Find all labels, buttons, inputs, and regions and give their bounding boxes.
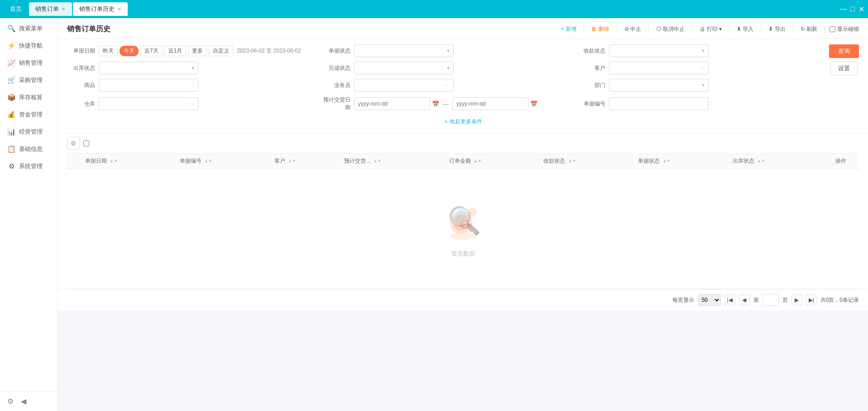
- date-btn-custom[interactable]: 自定义: [209, 46, 233, 56]
- export-button-label: ⬆ 导出: [768, 25, 785, 33]
- date-btn-1month[interactable]: 近1月: [164, 46, 187, 56]
- toolbar-divider-3: [648, 26, 649, 33]
- th-bill-status[interactable]: 单据状态 ▲▼: [633, 154, 728, 169]
- close-sales-order-tab-icon[interactable]: ✕: [62, 6, 66, 12]
- query-button[interactable]: 查询: [829, 44, 859, 58]
- product-select[interactable]: ···: [99, 79, 198, 92]
- expected-date-from-input[interactable]: [354, 97, 430, 110]
- th-receipt-status[interactable]: 收款状态 ▲▼: [539, 154, 633, 169]
- sidebar-settings-icon[interactable]: ⚙: [7, 397, 14, 406]
- th-bill-status-label: 单据状态: [638, 158, 660, 164]
- date-btn-yesterday[interactable]: 昨天: [99, 46, 118, 56]
- delete-button[interactable]: 🗑 删除: [589, 24, 612, 35]
- receipt-status-select[interactable]: ▾: [609, 44, 709, 57]
- new-button[interactable]: + 新增: [558, 24, 579, 35]
- page-first-button[interactable]: |◀: [724, 295, 735, 305]
- th-number[interactable]: 单据编号 ▲▼: [175, 154, 270, 169]
- setting-button[interactable]: 设置: [830, 62, 858, 75]
- filter-row-4: 仓库 ··· 预计交货日期 📅 —: [67, 96, 824, 111]
- customer-control: ···: [609, 62, 824, 74]
- sidebar-item-system-mgmt[interactable]: ⚙ 系统管理: [0, 158, 58, 175]
- sidebar-item-basic-info[interactable]: 📋 基础信息: [0, 140, 58, 158]
- page-prev-button[interactable]: ◀: [739, 295, 750, 305]
- tab-home[interactable]: 首页: [4, 2, 28, 16]
- page-header: 销售订单历史 + 新增 🗑 删除 ⊘ 中止 ◎ 取消中止: [58, 18, 868, 39]
- table-settings-button[interactable]: ⚙: [67, 137, 80, 150]
- th-expected-date[interactable]: 预计交货... ▲▼: [340, 154, 445, 169]
- salesperson-select[interactable]: ···: [354, 79, 454, 92]
- empty-cell: ~ ~ 暂无数据: [67, 169, 859, 289]
- sidebar-item-sales-mgmt[interactable]: 📈 销售管理: [0, 54, 58, 72]
- th-date[interactable]: 单据日期 ▲▼: [81, 154, 175, 169]
- stop-button[interactable]: ⊘ 中止: [622, 24, 644, 35]
- sort-expected-date-icon[interactable]: ▲▼: [373, 159, 381, 164]
- date-filter-control: 昨天 今天 近7天 近1月 更多 自定义 2023-06-02 至 2023-0…: [99, 46, 313, 56]
- bill-status-select[interactable]: ▾: [354, 44, 454, 57]
- tab-sales-order[interactable]: 销售订单 ✕: [29, 2, 72, 16]
- sort-customer-icon[interactable]: ▲▼: [288, 159, 296, 164]
- customer-select[interactable]: ···: [609, 62, 709, 74]
- sort-out-status-icon[interactable]: ▲▼: [757, 159, 765, 164]
- calendar-from-icon[interactable]: 📅: [432, 101, 439, 107]
- tab-sales-order-history[interactable]: 销售订单历史 ✕: [73, 2, 128, 16]
- collapse-filter-button[interactable]: ∧ 收起更多条件: [67, 116, 859, 127]
- page-next-button[interactable]: ▶: [791, 295, 802, 305]
- page-number-input[interactable]: 1: [762, 294, 779, 306]
- display-cols-checkbox[interactable]: [830, 26, 835, 32]
- sort-number-icon[interactable]: ▲▼: [204, 159, 212, 164]
- sort-receipt-status-icon[interactable]: ▲▼: [568, 159, 576, 164]
- department-select[interactable]: ▾: [609, 79, 709, 92]
- sidebar-item-inventory-calc[interactable]: 📦 库存核算: [0, 89, 58, 106]
- out-status-select[interactable]: ▾: [99, 62, 198, 74]
- date-btn-today[interactable]: 今天: [120, 46, 139, 56]
- th-expected-date-label: 预计交货...: [344, 158, 370, 164]
- th-out-status[interactable]: 出库状态 ▲▼: [728, 154, 823, 169]
- date-btn-more[interactable]: 更多: [188, 46, 207, 56]
- expected-date-to-input[interactable]: [452, 97, 528, 110]
- filter-row-2: 出库状态 ▾ 完成状态 ▾: [67, 62, 824, 74]
- department-control: ▾: [609, 79, 824, 92]
- window-controls: — □ ✕: [839, 5, 864, 14]
- sales-mgmt-icon: 📈: [7, 59, 15, 67]
- cancel-stop-button[interactable]: ◎ 取消中止: [653, 24, 687, 35]
- display-cols-control[interactable]: 显示碰细: [830, 25, 859, 33]
- calendar-to-icon[interactable]: 📅: [530, 101, 537, 107]
- date-btn-7days[interactable]: 近7天: [140, 46, 163, 56]
- toolbar-divider-8: [825, 26, 825, 33]
- th-customer[interactable]: 客户 ▲▼: [270, 154, 340, 169]
- page-size-select[interactable]: 50 100 200: [698, 294, 721, 306]
- close-window-icon[interactable]: ✕: [858, 5, 864, 14]
- sort-bill-status-icon[interactable]: ▲▼: [663, 159, 671, 164]
- sidebar-item-quick-nav[interactable]: ⚡ 快捷导航: [0, 37, 58, 54]
- export-button[interactable]: ⬆ 导出: [766, 24, 788, 35]
- print-button[interactable]: 🖨 打印 ▾: [697, 24, 724, 35]
- sort-amount-icon[interactable]: ▲▼: [474, 159, 482, 164]
- page-last-button[interactable]: ▶|: [806, 295, 817, 305]
- sidebar-collapse-icon[interactable]: ◀: [21, 397, 26, 406]
- th-receipt-status-label: 收款状态: [543, 158, 565, 164]
- select-all-checkbox[interactable]: [83, 140, 89, 146]
- empty-illustration: ~ ~: [441, 200, 486, 245]
- close-sales-order-history-tab-icon[interactable]: ✕: [117, 6, 121, 12]
- bill-status-dropdown-icon: ▾: [447, 48, 450, 54]
- import-button[interactable]: ⬇ 导入: [734, 24, 756, 35]
- warehouse-dots: ···: [190, 101, 194, 107]
- svg-point-5: [468, 208, 477, 217]
- sidebar-item-fund-mgmt[interactable]: 💰 资金管理: [0, 106, 58, 123]
- refresh-button[interactable]: ↻ 刷新: [798, 24, 820, 35]
- complete-status-select[interactable]: ▾: [354, 62, 454, 74]
- sidebar-item-purchase-mgmt[interactable]: 🛒 采购管理: [0, 72, 58, 89]
- bill-number-input[interactable]: [609, 97, 709, 110]
- warehouse-select[interactable]: ···: [99, 97, 198, 110]
- toolbar-divider-4: [692, 26, 692, 33]
- maximize-icon[interactable]: □: [850, 5, 855, 13]
- sidebar-item-operation-mgmt[interactable]: 📊 经营管理: [0, 123, 58, 140]
- th-number-label: 单据编号: [180, 158, 201, 164]
- sort-date-icon[interactable]: ▲▼: [110, 159, 118, 164]
- empty-row: ~ ~ 暂无数据: [67, 169, 859, 289]
- query-area: 查询 设置: [829, 44, 859, 75]
- sidebar-item-search-menu[interactable]: 🔍 搜索菜单: [0, 20, 58, 37]
- sidebar-item-operation-mgmt-label: 经营管理: [19, 128, 43, 136]
- minimize-icon[interactable]: —: [839, 5, 847, 13]
- th-amount[interactable]: 订单金额 ▲▼: [445, 154, 539, 169]
